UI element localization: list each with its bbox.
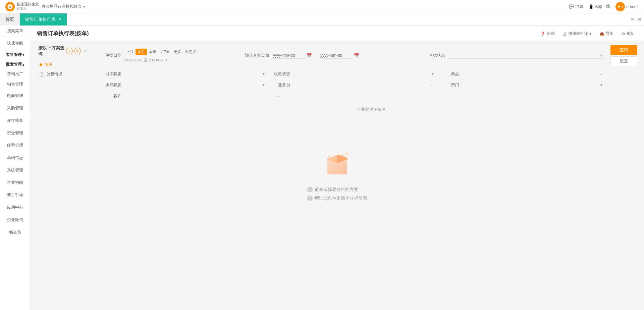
execution-label: 执行状态: [104, 82, 124, 88]
date-tab-custom[interactable]: 自定义: [183, 49, 198, 55]
date-tab-7days[interactable]: 近7天: [158, 49, 172, 55]
date-range-input: 📅 — 📅: [272, 52, 421, 59]
logo-area: 畅捷通好生意 标准版: [5, 2, 39, 11]
sidebar-item-system[interactable]: 系统管理: [0, 164, 30, 176]
tab-home[interactable]: 首页: [0, 13, 20, 25]
tab-sales-order-label: 销售订单执行表: [25, 16, 56, 22]
download-button[interactable]: 📱 App下载: [589, 4, 610, 9]
user-area[interactable]: Ea demo2: [615, 2, 639, 11]
collapse-sidebar-button[interactable]: «: [82, 48, 89, 54]
filter-field-customer: 客户 ···: [104, 93, 280, 99]
date-to-input[interactable]: [319, 52, 353, 59]
refresh-button[interactable]: ↻ 刷新: [619, 30, 637, 38]
breadcrumb: 办公用品行业模拟账套 ▾: [42, 4, 85, 9]
status-label: 单据状态: [428, 53, 448, 58]
sidebar-item-finance[interactable]: 资金管理: [0, 127, 30, 139]
dept-select[interactable]: ▾: [462, 82, 604, 88]
export-label: 导出: [606, 31, 614, 37]
filter-right-area: 单据日期 上月 本月 本年 近7天 更多 自定义 2023-03-01 至 20…: [97, 41, 644, 118]
sidebar-item-purchase[interactable]: 采购管理: [0, 102, 30, 114]
filter-row-execution: 执行状态 ▾ 业务员 ··· 部门: [104, 82, 637, 88]
filter-field-expected-date: 预计交货日期 📅 — 📅: [245, 52, 421, 59]
sidebar-item-wholesale[interactable]: 批发管理 ▴: [0, 59, 30, 69]
salesperson-input[interactable]: [293, 82, 431, 88]
retail-arrow: ▾: [22, 53, 24, 57]
content-area: 销售订单执行表(按单) ❓ 帮助 🖨 按模板打印 ▾ 📤 导出 ↻ 刷新: [30, 25, 644, 310]
tip-text-1: 请先选择要分析的方案: [315, 185, 358, 194]
delivery-select[interactable]: ▾: [124, 71, 266, 77]
date-tab-last-month[interactable]: 上月: [124, 49, 136, 55]
calendar-from-icon[interactable]: 📅: [307, 53, 312, 58]
print-button[interactable]: 🖨 按模板打印 ▾: [560, 30, 594, 38]
logo-text: 畅捷通好生意: [17, 2, 39, 6]
date-tabs: 上月 本月 本年 近7天 更多 自定义: [124, 49, 238, 55]
settings-button[interactable]: 设置: [610, 56, 637, 66]
breadcrumb-arrow[interactable]: ▾: [83, 4, 85, 9]
sidebar-item-guide[interactable]: 新手引导: [0, 189, 30, 201]
calendar-to-icon[interactable]: 📅: [354, 53, 359, 58]
date-tab-this-month[interactable]: 本月: [136, 49, 147, 55]
filter-field-execution: 执行状态 ▾: [104, 82, 266, 88]
execution-select[interactable]: ▾: [124, 82, 266, 88]
page-action-row: ❓ 帮助 🖨 按模板打印 ▾ 📤 导出 ↻ 刷新: [538, 30, 637, 38]
sidebar-item-inventory[interactable]: 库存核算: [0, 114, 30, 127]
minimize-icon[interactable]: ⊟: [631, 17, 635, 22]
tab-home-label: 首页: [5, 16, 14, 22]
collapse-button[interactable]: 《 收起更多条件: [356, 107, 385, 112]
empty-tip-1: 1 请先选择要分析的方案: [307, 185, 367, 194]
sidebar-item-collab[interactable]: 企业协同: [0, 176, 30, 189]
export-button[interactable]: 📤 导出: [597, 30, 616, 38]
tab-sales-order[interactable]: 销售订单执行表 ✕: [20, 13, 67, 25]
payment-label: 收款状态: [273, 71, 293, 77]
filter-field-delivery: 出库状态 ▾: [104, 71, 266, 77]
sidebar-item-operations[interactable]: 经营管理: [0, 139, 30, 152]
message-icon: 💬: [569, 4, 574, 9]
sidebar-item-quick-nav[interactable]: 快捷导航: [0, 37, 30, 49]
query-actions: 查询 设置: [610, 45, 637, 66]
empty-state: 1 请先选择要分析的方案 2 用过滤条件来缩小分析范围: [30, 118, 644, 229]
sidebar-item-ecommerce[interactable]: 电商管理: [0, 90, 30, 102]
sidebar-item-retail[interactable]: 零售管理 ▾: [0, 49, 30, 59]
sales-label: 销售管理: [7, 82, 23, 87]
filter-option-shortage[interactable]: 欠货情况: [34, 69, 93, 79]
filter-option-by-order[interactable]: 按单: [34, 60, 93, 69]
help-button[interactable]: ❓ 帮助: [538, 30, 557, 38]
sidebar-search[interactable]: 搜索菜单: [0, 25, 30, 37]
message-label: 消息: [575, 4, 583, 9]
avatar: Ea: [615, 2, 625, 11]
tab-close-icon[interactable]: ✕: [58, 17, 61, 21]
sidebar: 搜索菜单 快捷导航 零售管理 ▾ 批发管理 ▴ 营销推广 销售管理 电商管理 采…: [0, 25, 30, 310]
collapse-bar: 《 收起更多条件: [104, 104, 637, 114]
customer-more-icon[interactable]: ···: [276, 94, 280, 99]
inactive-ring: [40, 72, 44, 77]
goods-more-icon[interactable]: ···: [600, 71, 604, 77]
sidebar-item-wechat[interactable]: 企业微信: [0, 214, 30, 226]
refresh-label: 刷新: [627, 31, 635, 37]
sidebar-item-app-center[interactable]: 应用中心: [0, 201, 30, 214]
maximize-icon[interactable]: ⊞: [637, 17, 641, 22]
print-label: 按模板打印: [568, 31, 588, 37]
add-scheme-button[interactable]: +: [66, 48, 73, 54]
date-tab-this-year[interactable]: 本年: [147, 49, 158, 55]
date-from-input[interactable]: [272, 52, 305, 59]
customer-label: 客户: [104, 93, 124, 99]
status-select[interactable]: ▾: [448, 52, 604, 59]
query-button[interactable]: 查询: [610, 45, 637, 55]
customer-input[interactable]: [124, 93, 276, 99]
payment-select[interactable]: ▾: [293, 71, 435, 77]
sidebar-item-member[interactable]: 畅会员: [0, 226, 30, 239]
salesperson-more-icon[interactable]: ···: [431, 83, 435, 88]
sidebar-item-sales[interactable]: 销售管理: [0, 79, 30, 90]
logo-icon: [5, 2, 15, 11]
date-tab-more[interactable]: 更多: [172, 49, 183, 55]
message-button[interactable]: 💬 消息: [569, 4, 583, 9]
ring-inner: [41, 73, 43, 75]
edit-scheme-button[interactable]: ✎: [74, 48, 81, 54]
filter-sidebar-header: 按以下方案查询 + ✎ «: [34, 45, 93, 60]
delivery-chevron-icon: ▾: [263, 71, 265, 76]
status-chevron-icon: ▾: [600, 53, 602, 58]
sidebar-item-basic-info[interactable]: 基础信息: [0, 152, 30, 164]
sidebar-item-marketing[interactable]: 营销推广: [0, 69, 30, 79]
goods-input[interactable]: [462, 71, 600, 77]
print-icon: 🖨: [563, 32, 567, 36]
